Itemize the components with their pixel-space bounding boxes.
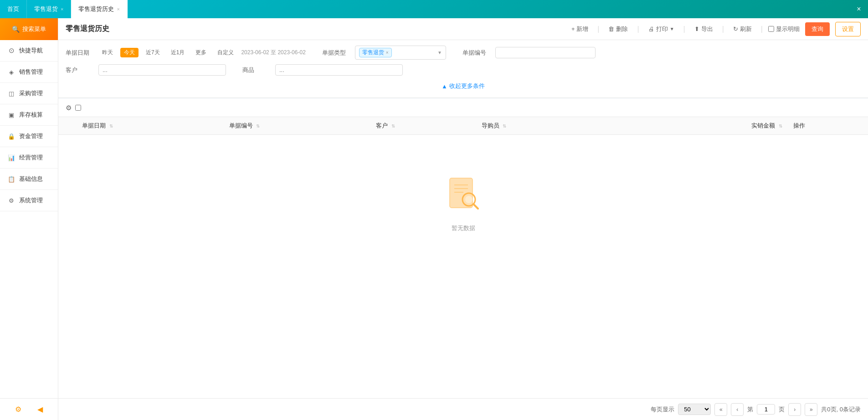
print-dropdown-icon: ▼ <box>670 26 674 31</box>
empty-state-icon <box>441 171 486 217</box>
type-tag: 零售退货 × <box>359 48 392 57</box>
svg-line-5 <box>473 204 478 209</box>
th-amount[interactable]: 实销金额 ⇅ <box>641 117 788 135</box>
voucher-number-input[interactable] <box>495 47 596 58</box>
show-detail-checkbox[interactable] <box>768 26 774 32</box>
sidebar-item-label: 经营管理 <box>19 154 43 162</box>
next-page-button[interactable]: › <box>788 403 801 416</box>
table-body: 暂无数据 <box>58 135 868 269</box>
table-container: ⚙ 单据日期 ⇅ 单据编号 ⇅ <box>58 99 868 398</box>
th-action: 操作 <box>788 117 868 135</box>
per-page-select[interactable]: 50 10 20 100 <box>678 404 711 415</box>
sidebar-item-label: 库存核算 <box>19 111 43 119</box>
table-header-row: 单据日期 ⇅ 单据编号 ⇅ 客户 ⇅ 导购员 ⇅ <box>58 117 868 135</box>
sidebar-collapse-icon[interactable]: ◀ <box>37 405 43 414</box>
svg-point-6 <box>465 196 473 203</box>
operations-icon: 📊 <box>7 154 15 162</box>
sidebar-item-inventory[interactable]: ▣ 库存核算 <box>0 104 58 126</box>
date-btn-more[interactable]: 更多 <box>192 48 210 57</box>
page-suffix: 页 <box>779 405 785 414</box>
tab-retail-return[interactable]: 零售退货 × <box>27 0 71 18</box>
tab-list: 首页 零售退货 × 零售退货历史 × <box>0 0 850 18</box>
delete-button[interactable]: 🗑 删除 <box>605 23 632 35</box>
date-btn-1month[interactable]: 近1月 <box>167 48 189 57</box>
sidebar-item-label: 系统管理 <box>19 196 43 205</box>
customer-filter-label: 客户 <box>66 66 91 74</box>
page-label: 第 <box>747 405 753 414</box>
sidebar-item-label: 销售管理 <box>19 68 43 76</box>
sidebar-item-basic-info[interactable]: 📋 基础信息 <box>0 169 58 190</box>
sidebar-item-finance[interactable]: 🔒 资金管理 <box>0 126 58 147</box>
voucher-filter-label: 单据编号 <box>462 49 488 57</box>
date-btn-custom[interactable]: 自定义 <box>214 48 237 57</box>
th-guide[interactable]: 导购员 ⇅ <box>476 117 602 135</box>
print-button[interactable]: 🖨 打印 ▼ <box>645 23 678 35</box>
tab-retail-return-close[interactable]: × <box>61 6 63 12</box>
th-date[interactable]: 单据日期 ⇅ <box>77 117 224 135</box>
page-number-input[interactable] <box>757 404 775 415</box>
date-filter: 昨天 今天 近7天 近1月 更多 自定义 2023-06-02 至 2023-0… <box>98 48 306 57</box>
sidebar: 🔍 搜索菜单 ⊙ 快捷导航 ◈ 销售管理 ◫ 采购管理 ▣ 库存核算 🔒 资金 <box>0 18 58 420</box>
last-page-button[interactable]: » <box>805 403 817 416</box>
th-customer[interactable]: 客户 ⇅ <box>370 117 476 135</box>
th-number[interactable]: 单据编号 ⇅ <box>224 117 371 135</box>
show-detail-checkbox-label[interactable]: 显示明细 <box>768 25 800 33</box>
purchase-icon: ◫ <box>7 89 15 97</box>
data-table: 单据日期 ⇅ 单据编号 ⇅ 客户 ⇅ 导购员 ⇅ <box>58 117 868 269</box>
new-button[interactable]: + 新增 <box>568 23 592 35</box>
table-toolbar: ⚙ <box>58 99 868 117</box>
pagination-bar: 每页显示 50 10 20 100 « ‹ 第 页 › » 共0页, 0条记录 <box>58 398 868 420</box>
sidebar-item-operations[interactable]: 📊 经营管理 <box>0 147 58 169</box>
sort-date-icon: ⇅ <box>109 123 113 128</box>
tab-home[interactable]: 首页 <box>0 0 27 18</box>
total-records-label: 共0页, 0条记录 <box>821 405 861 414</box>
sort-number-icon: ⇅ <box>256 123 260 128</box>
per-page-label: 每页显示 <box>651 405 674 414</box>
basic-info-icon: 📋 <box>7 175 15 183</box>
sort-guide-icon: ⇅ <box>503 123 506 128</box>
date-btn-today[interactable]: 今天 <box>120 48 139 57</box>
sidebar-item-quick-nav[interactable]: ⊙ 快捷导航 <box>0 40 58 61</box>
tab-retail-return-history-close[interactable]: × <box>117 6 119 12</box>
header-actions: + 新增 | 🗑 删除 | 🖨 打印 ▼ | ⬆ 导出 | <box>568 22 861 36</box>
export-button[interactable]: ⬆ 导出 <box>691 23 717 35</box>
collapse-filter-button[interactable]: ▲ 收起更多条件 <box>442 80 485 92</box>
page-header: 零售退货历史 + 新增 | 🗑 删除 | 🖨 打印 ▼ | ⬆ <box>58 18 868 40</box>
sidebar-item-label: 快捷导航 <box>19 46 43 55</box>
settings-button[interactable]: 设置 <box>835 22 861 36</box>
type-tag-close[interactable]: × <box>386 50 389 55</box>
inventory-icon: ▣ <box>7 111 15 119</box>
date-filter-label: 单据日期 <box>66 49 91 57</box>
table-settings-icon[interactable]: ⚙ <box>66 104 72 112</box>
sidebar-item-sales[interactable]: ◈ 销售管理 <box>0 61 58 83</box>
refresh-button[interactable]: ↻ 刷新 <box>729 23 755 35</box>
query-button[interactable]: 查询 <box>805 22 830 36</box>
date-btn-7days[interactable]: 近7天 <box>142 48 164 57</box>
sidebar-bottom: ⚙ ◀ <box>0 398 58 420</box>
sidebar-search-button[interactable]: 🔍 搜索菜单 <box>0 18 58 40</box>
empty-row: 暂无数据 <box>58 135 868 269</box>
sort-amount-icon: ⇅ <box>779 123 782 128</box>
goods-filter-label: 商品 <box>242 66 268 74</box>
prev-page-button[interactable]: ‹ <box>731 403 744 416</box>
goods-input[interactable] <box>275 64 403 76</box>
sidebar-settings-icon[interactable]: ⚙ <box>15 405 21 414</box>
delete-icon: 🗑 <box>608 26 614 32</box>
window-close-button[interactable]: × <box>850 0 868 18</box>
date-range-display: 2023-06-02 至 2023-06-02 <box>241 49 305 56</box>
empty-state: 暂无数据 <box>58 135 868 269</box>
sidebar-item-system[interactable]: ⚙ 系统管理 <box>0 190 58 211</box>
customer-input[interactable] <box>98 64 226 76</box>
select-all-checkbox[interactable] <box>75 105 81 111</box>
print-icon: 🖨 <box>648 26 654 32</box>
type-filter-label: 单据类型 <box>322 49 348 57</box>
filter-area: 单据日期 昨天 今天 近7天 近1月 更多 自定义 2023-06-02 至 2… <box>58 40 868 98</box>
top-bar: 首页 零售退货 × 零售退货历史 × × <box>0 0 868 18</box>
tab-retail-return-history[interactable]: 零售退货历史 × <box>71 0 127 18</box>
th-checkbox <box>58 117 77 135</box>
date-btn-yesterday[interactable]: 昨天 <box>98 48 117 57</box>
first-page-button[interactable]: « <box>714 403 727 416</box>
type-dropdown-icon: ▼ <box>437 50 442 55</box>
sidebar-item-purchase[interactable]: ◫ 采购管理 <box>0 83 58 104</box>
type-filter-select[interactable]: 零售退货 × ▼ <box>355 46 446 60</box>
